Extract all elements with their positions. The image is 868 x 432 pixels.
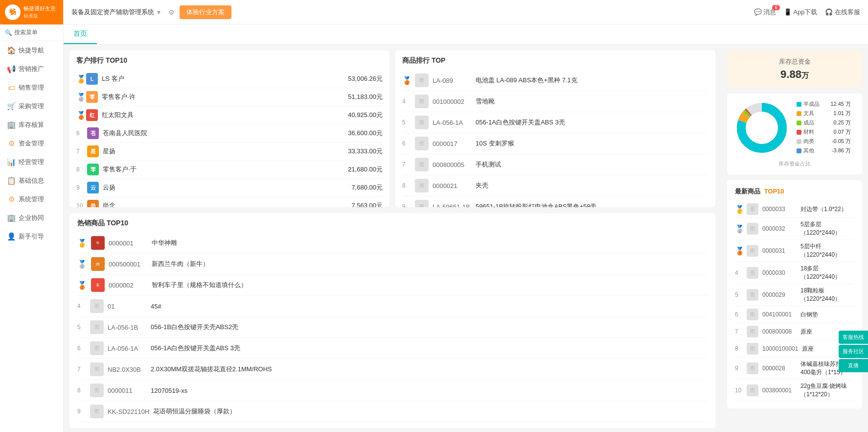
- sidebar-item-jingying[interactable]: 📊 经营管理: [0, 153, 63, 171]
- customer-rank-list: 🏅 L LS 客户 53,006.26元 🥈 零 零售客户·许 51,183.0…: [76, 70, 383, 207]
- legend-list: 半成品 12.45 万 文具 1.01 万 成品 0.25 万: [797, 100, 851, 156]
- rank-item: 6 苍 苍南县人民医院 36,600.00元: [76, 124, 383, 143]
- inventory-title: 库存总资金: [735, 57, 854, 66]
- product-icon: 图: [747, 326, 758, 337]
- medal-icon: 🥉: [402, 76, 411, 85]
- rank-item: 🥈 零 零售客户·许 51,183.00元: [76, 88, 383, 106]
- product-image: 图: [415, 116, 429, 129]
- cs-live-button[interactable]: 直播: [839, 359, 868, 372]
- product-image: 图: [415, 179, 429, 192]
- product-image: 图: [415, 73, 429, 87]
- legend-item: 成品 0.25 万: [797, 119, 851, 126]
- legend-item: 其他 -3.86 万: [797, 147, 851, 154]
- nav-icon-purchase: 🛒: [7, 102, 16, 111]
- rank-item: 9 云 云扬 7,680.00元: [76, 179, 383, 197]
- product-item: 6 图 LA-056-1A 056-1A白色按键开关盖ABS 3壳: [77, 338, 708, 359]
- content-area: 客户排行 TOP10 🏅 L LS 客户 53,006.26元 🥈 零 零售客: [64, 45, 868, 432]
- product-image: 图: [90, 362, 104, 376]
- product-image: 牛: [91, 236, 105, 250]
- try-button[interactable]: 体验行业方案: [180, 5, 231, 19]
- avatar: 云: [87, 182, 99, 193]
- sidebar-item-xitong[interactable]: ⚙ 系统管理: [0, 190, 63, 209]
- sidebar-item-kucun[interactable]: 🏢 库存核算: [0, 116, 63, 134]
- nav-icon-marketing: 📢: [7, 65, 16, 73]
- product-icon: 图: [747, 309, 758, 320]
- product-rank-list: 🥉 图 LA-089 电池盖 LA-089 ABS本色+黑种 7.1克 4 图 …: [402, 70, 708, 207]
- legend-item: 文具 1.01 万: [797, 110, 851, 117]
- legend-item: 肉类 -0.05 万: [797, 138, 851, 145]
- cs-community-button[interactable]: 服务社区: [839, 345, 868, 358]
- sidebar-logo: 畅 畅捷通好生意 标准版: [0, 0, 63, 24]
- medal-silver-icon: 🥈: [77, 260, 87, 269]
- product-image: 图: [415, 137, 429, 150]
- product-icon: 图: [747, 384, 758, 396]
- medal-bronze-icon: 🥉: [77, 281, 87, 290]
- cs-float: 客服热线 服务社区 直播: [839, 331, 868, 373]
- cs-hotline-button[interactable]: 客服热线: [839, 331, 868, 344]
- online-service-button[interactable]: 🎧 在线客服: [825, 8, 860, 17]
- product-item: 4 图 001000002 雪地靴: [402, 91, 708, 112]
- product-icon: 图: [747, 223, 758, 235]
- sidebar-item-yingxiao[interactable]: 📢 营销推广: [0, 60, 63, 78]
- inventory-panel: 库存总资金 9.88万: [727, 50, 862, 88]
- product-image: 车: [91, 278, 105, 292]
- sidebar-item-kuaijie[interactable]: 🏠 快捷导航: [0, 41, 63, 60]
- chevron-down-icon[interactable]: ▼: [156, 9, 161, 15]
- legend-item: 材料 0.07 万: [797, 128, 851, 136]
- sidebar-search[interactable]: 🔍 搜索菜单: [0, 24, 63, 41]
- nav-icon-system: ⚙: [7, 195, 16, 204]
- logo-text: 畅捷通好生意 标准版: [23, 5, 56, 19]
- mobile-icon: 📱: [784, 8, 792, 16]
- right-panel: 库存总资金 9.88万: [721, 45, 868, 432]
- product-item: 8 图 0000021 夹壳: [402, 175, 708, 196]
- panels: 客户排行 TOP10 🏅 L LS 客户 53,006.26元 🥈 零 零售客: [64, 45, 721, 432]
- legend-dot: [797, 130, 801, 135]
- messages-button[interactable]: 💬 消息 6: [754, 8, 777, 17]
- new-product-item: 7 图 000800008 原座: [735, 323, 854, 340]
- nav-icon-guide: 👤: [7, 232, 16, 241]
- product-item: 🥉 图 LA-089 电池盖 LA-089 ABS本色+黑种 7.1克: [402, 70, 708, 91]
- product-item: 6 图 0000017 10S 变刺罗猴: [402, 133, 708, 154]
- inventory-chart-panel: 半成品 12.45 万 文具 1.01 万 成品 0.25 万: [727, 94, 862, 174]
- sidebar-item-caigou[interactable]: 🛒 采购管理: [0, 97, 63, 116]
- sidebar-item-xiaoshou[interactable]: 🏷 销售管理: [0, 78, 63, 97]
- nav-icon-enterprise: 🏢: [7, 214, 16, 222]
- sidebar-item-zijin[interactable]: ⚙ 资金管理: [0, 134, 63, 153]
- product-image: 肉: [91, 257, 105, 271]
- nav-icon-home: 🏠: [7, 46, 16, 55]
- app-download-button[interactable]: 📱 App下载: [784, 8, 817, 17]
- customer-rank-title: 客户排行 TOP10: [76, 56, 383, 65]
- sidebar-item-qiye[interactable]: 🏢 企业协同: [0, 209, 63, 227]
- product-image: 图: [415, 95, 429, 108]
- avatar: 苍: [87, 127, 99, 139]
- sidebar-item-jichu[interactable]: 📋 基础信息: [0, 171, 63, 190]
- nav-icon-finance: ⚙: [7, 139, 16, 148]
- gear-icon[interactable]: ⚙: [168, 8, 175, 16]
- tab-home[interactable]: 首页: [64, 24, 97, 44]
- medal-silver-icon: 🥈: [76, 93, 86, 102]
- messages-badge: 6: [772, 5, 780, 10]
- avatar: 星: [87, 145, 99, 157]
- chart-subtitle: 库存资金占比: [735, 160, 854, 168]
- nav-icon-sales: 🏷: [7, 83, 16, 92]
- header: 装备及固定资产辅助管理系统 ▼ ⚙ 体验行业方案 💬 消息 6 📱 App下载 …: [64, 0, 868, 24]
- new-product-item: 🥈 图 0000032 5层多层（1220*2440）: [735, 218, 854, 240]
- legend-dot: [797, 148, 801, 153]
- product-item: 8 图 0000011 12070519-xs: [77, 380, 708, 401]
- product-item: 7 图 NB2.0X30B 2.0X30MM双搓花轴搓花直径2.1MM/ROHS: [77, 359, 708, 380]
- product-icon: 图: [747, 245, 758, 257]
- product-image: 图: [90, 384, 104, 397]
- product-icon: 图: [747, 203, 758, 215]
- product-image: 图: [90, 299, 104, 313]
- donut-wrap: 半成品 12.45 万 文具 1.01 万 成品 0.25 万: [735, 100, 854, 156]
- medal-gold-icon: 🏅: [76, 74, 86, 84]
- product-image: 图: [415, 158, 429, 171]
- hot-products-panel: 热销商品 TOP10 🥇 牛 0000001 中华神雕 🥈 肉 00050000…: [69, 213, 715, 428]
- nav-icon-management: 📊: [7, 158, 16, 167]
- sidebar-item-xinshou[interactable]: 👤 新手引导: [0, 227, 63, 246]
- product-icon: 图: [747, 289, 758, 301]
- product-image: 图: [90, 320, 104, 334]
- avatar: 红: [86, 109, 98, 121]
- customer-rank-panel: 客户排行 TOP10 🏅 L LS 客户 53,006.26元 🥈 零 零售客: [69, 50, 389, 207]
- avatar: 零: [86, 91, 98, 103]
